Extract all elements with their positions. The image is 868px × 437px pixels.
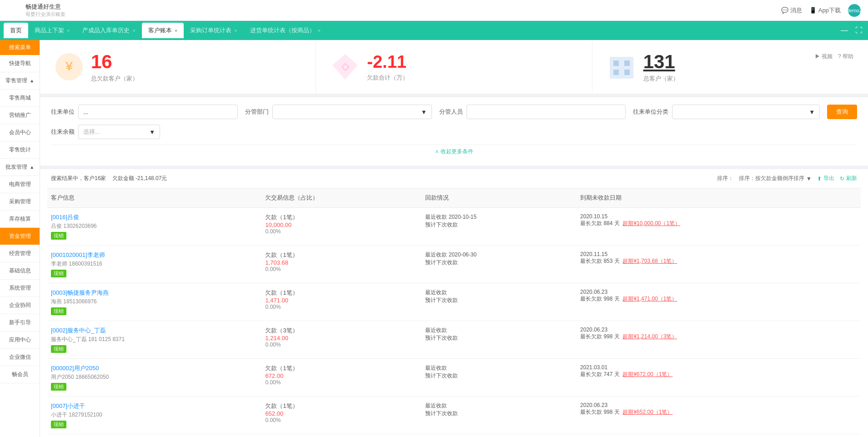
overdue-link[interactable]: 超期¥1,471.00（1笔） bbox=[622, 296, 677, 302]
table-header-row: 搜索结果中，客户16家 欠款金额 -21,148.07元 排序： 排序：按欠款金… bbox=[47, 169, 861, 188]
max-overdue-days: 最长欠款 998 天 超期¥1,471.00（1笔） bbox=[580, 295, 857, 303]
cell-collection: 最近收款 预计下次收款 bbox=[421, 397, 577, 434]
filter-unit-category: 往来单位分类 ▼ bbox=[633, 105, 820, 119]
overdue-link[interactable]: 超期¥1,214.00（3笔） bbox=[622, 333, 677, 340]
cell-collection: 最近收款 预计下次收款 bbox=[421, 321, 577, 359]
sidebar-item-ecommerce[interactable]: 电商管理 bbox=[0, 176, 40, 193]
main-wrap: 搜索菜单 快捷导航 零售管理 ▲ 零售商城 营销推广 会员中心 零售统计 批发管… bbox=[0, 40, 868, 437]
refresh-button[interactable]: ↻ 刷新 bbox=[840, 175, 857, 182]
help-btn[interactable]: ? 帮助 bbox=[838, 53, 853, 60]
table-row: [0016]吕俊 吕俊 13026203696 现销 欠款（1笔） 10,000… bbox=[47, 208, 861, 246]
customer-badge: 现销 bbox=[51, 383, 66, 391]
tab-purchase-stats[interactable]: 采购订单统计表 × bbox=[184, 23, 243, 38]
sidebar-item-finance[interactable]: 资金管理 bbox=[0, 228, 40, 245]
export-button[interactable]: ⬆ 导出 bbox=[817, 175, 834, 182]
cell-collection: 最近收款 预计下次收款 bbox=[421, 283, 577, 321]
customer-id-link[interactable]: [0003]畅捷服务尹海燕 bbox=[51, 289, 258, 297]
sidebar: 搜索菜单 快捷导航 零售管理 ▲ 零售商城 营销推广 会员中心 零售统计 批发管… bbox=[0, 40, 40, 437]
overdue-link[interactable]: 超期¥10,000.00（1笔） bbox=[622, 220, 680, 226]
customer-id-link[interactable]: [000002]用户2050 bbox=[51, 364, 258, 372]
sidebar-item-corp-wechat[interactable]: 企业微信 bbox=[0, 349, 40, 366]
tab-product-history[interactable]: 产成品入库单历史 × bbox=[76, 23, 141, 38]
close-icon[interactable]: × bbox=[67, 28, 70, 33]
customer-id-link[interactable]: [0002]服务中心_丁磊 bbox=[51, 326, 258, 335]
message-btn[interactable]: 💬 消息 bbox=[781, 6, 802, 15]
query-button[interactable]: 查询 bbox=[827, 105, 857, 119]
filter-from-unit: 往来单位 ... bbox=[51, 105, 238, 119]
sidebar-item-newbie[interactable]: 新手引导 bbox=[0, 314, 40, 332]
debt-amount: 1,214.00 bbox=[265, 335, 418, 342]
overdue-link[interactable]: 超期¥652.00（1笔） bbox=[622, 409, 672, 415]
sort-button[interactable]: 排序：按欠款金额倒序排序 ▼ bbox=[739, 175, 812, 182]
balance-select[interactable]: 选择... ▼ bbox=[78, 125, 160, 139]
minimize-btn[interactable]: — bbox=[839, 25, 850, 36]
sidebar-item-retail-mall[interactable]: 零售商城 bbox=[0, 90, 40, 107]
sidebar-item-inventory[interactable]: 库存核算 bbox=[0, 211, 40, 228]
cell-customer-info: [0006]去下粮仓 陈小希 现销 bbox=[47, 434, 261, 437]
tab-customer-account[interactable]: 客户账本 × bbox=[142, 23, 184, 38]
chevron-icon: ▲ bbox=[30, 165, 34, 170]
sidebar-item-purchase[interactable]: 采购管理 bbox=[0, 193, 40, 211]
table-row: [000002]用户2050 用户2050 18665062050 现销 欠款（… bbox=[47, 359, 861, 397]
unit-category-select[interactable]: ▼ bbox=[672, 105, 820, 119]
customer-id-link[interactable]: [0001020001]李老师 bbox=[51, 251, 258, 259]
next-collect: 预计下次收款 bbox=[425, 410, 573, 417]
sidebar-item-member[interactable]: 会员中心 bbox=[0, 124, 40, 141]
sidebar-item-retail-mgmt[interactable]: 零售管理 ▲ bbox=[0, 72, 40, 90]
table-row: [0007]小进干 小进干 18279152100 现销 欠款（1笔） 652.… bbox=[47, 397, 861, 434]
cell-collection: 最近收款 预计下次收款 bbox=[421, 434, 577, 437]
close-icon[interactable]: × bbox=[318, 28, 321, 33]
from-unit-select[interactable]: ... bbox=[78, 105, 238, 119]
sidebar-item-wholesale[interactable]: 批发管理 ▲ bbox=[0, 159, 40, 176]
sidebar-item-basic-info[interactable]: 基础信息 bbox=[0, 262, 40, 280]
cell-overdue-date: 2021.02.26 最长欠款 750 天 超期¥455.90（1笔） bbox=[577, 434, 861, 437]
sidebar-item-system[interactable]: 系统管理 bbox=[0, 280, 40, 297]
stat-debt-amount: ◇ -2.11 欠款合计（万） bbox=[316, 40, 592, 94]
close-icon[interactable]: × bbox=[132, 28, 135, 33]
avatar[interactable]: demo2 bbox=[848, 4, 861, 17]
close-icon[interactable]: × bbox=[234, 28, 237, 33]
tab-home[interactable]: 首页 bbox=[4, 23, 28, 38]
app-icon: 📱 bbox=[809, 7, 817, 14]
sidebar-search[interactable]: 搜索菜单 bbox=[0, 40, 40, 55]
overdue-link[interactable]: 超期¥1,703.68（1笔） bbox=[622, 258, 677, 264]
svg-rect-5 bbox=[613, 60, 619, 66]
overdue-link[interactable]: 超期¥672.00（1笔） bbox=[622, 371, 672, 377]
tab-goods-stats[interactable]: 进货单统计表（按商品） × bbox=[244, 23, 327, 38]
due-date: 2020.10.15 bbox=[580, 213, 857, 220]
sidebar-item-retail-stats[interactable]: 零售统计 bbox=[0, 141, 40, 159]
cell-customer-info: [000002]用户2050 用户2050 18665062050 现销 bbox=[47, 359, 261, 397]
tab-product-shelf[interactable]: 商品上下架 × bbox=[28, 23, 76, 38]
sidebar-item-marketing[interactable]: 营销推广 bbox=[0, 107, 40, 124]
sidebar-item-collab[interactable]: 企业协同 bbox=[0, 297, 40, 314]
maximize-btn[interactable]: ⛶ bbox=[853, 25, 864, 36]
table-row: [0001020001]李老师 李老师 18600391516 现销 欠款（1笔… bbox=[47, 246, 861, 283]
customer-contact: 小进干 18279152100 bbox=[51, 411, 258, 419]
sidebar-item-app-center[interactable]: 应用中心 bbox=[0, 332, 40, 349]
sidebar-item-operations[interactable]: 经营管理 bbox=[0, 245, 40, 262]
balance-label: 往来余额 bbox=[51, 128, 75, 136]
sidebar-item-member2[interactable]: 畅会员 bbox=[0, 366, 40, 383]
cell-customer-info: [0003]畅捷服务尹海燕 海燕 18513066976 现销 bbox=[47, 283, 261, 321]
table-row: [0003]畅捷服务尹海燕 海燕 18513066976 现销 欠款（1笔） 1… bbox=[47, 283, 861, 321]
table-body: [0016]吕俊 吕俊 13026203696 现销 欠款（1笔） 10,000… bbox=[47, 208, 861, 437]
close-icon[interactable]: × bbox=[175, 28, 177, 33]
manager-select[interactable] bbox=[467, 105, 626, 119]
message-icon: 💬 bbox=[781, 7, 788, 14]
app-download-btn[interactable]: 📱 App下载 bbox=[809, 6, 841, 15]
customer-id-link[interactable]: [0007]小进干 bbox=[51, 402, 258, 410]
customer-badge: 现销 bbox=[51, 307, 66, 315]
cell-debt-info: 欠款（1笔） 672.00 0.00% bbox=[261, 359, 421, 397]
cell-debt-info: 欠款（1笔） 1,703.68 0.00% bbox=[261, 246, 421, 283]
customer-id-link[interactable]: [0016]吕俊 bbox=[51, 213, 258, 221]
debt-amount: 10,000.00 bbox=[265, 221, 418, 228]
debt-amount-label: 欠款合计（万） bbox=[367, 74, 408, 82]
manager-label: 分管人员 bbox=[439, 108, 463, 116]
collapse-btn[interactable]: ∧ 收起更多条件 bbox=[51, 145, 857, 158]
last-collect: 最近收款 bbox=[425, 402, 573, 410]
unit-category-label: 往来单位分类 bbox=[633, 108, 668, 116]
sidebar-item-quicknav[interactable]: 快捷导航 bbox=[0, 55, 40, 72]
video-btn[interactable]: ▶ 视频 bbox=[815, 53, 833, 60]
dept-select[interactable]: ▼ bbox=[272, 105, 432, 119]
next-collect: 预计下次收款 bbox=[425, 296, 573, 304]
